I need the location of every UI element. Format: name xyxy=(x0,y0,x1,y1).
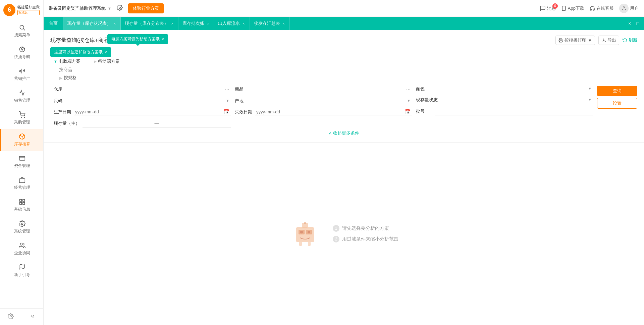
refresh-btn[interactable]: 刷新 xyxy=(623,37,637,43)
pc-scheme-toggle[interactable]: ▼ 电脑端方案 xyxy=(54,58,80,64)
tab-inventory-status[interactable]: 现存量（库存状况表） × xyxy=(63,17,121,30)
stock-main-to[interactable] xyxy=(160,121,230,126)
online-service-btn[interactable]: 在线客服 xyxy=(590,5,614,11)
scheme-item-goods[interactable]: 按商品 xyxy=(59,66,80,74)
sidebar-item-label: 快捷导航 xyxy=(14,54,30,60)
sidebar-item-finance[interactable]: 资金管理 xyxy=(0,151,43,173)
prod-date-input[interactable] xyxy=(75,109,224,114)
user-btn[interactable]: 用户 xyxy=(619,4,639,13)
svg-point-0 xyxy=(20,25,24,29)
sidebar-item-search[interactable]: 搜索菜单 xyxy=(0,20,43,42)
range-separator: — xyxy=(155,121,159,126)
sidebar-item-system[interactable]: 系统管理 xyxy=(0,216,43,238)
svg-rect-30 xyxy=(304,222,306,224)
color-select[interactable]: ▼ xyxy=(435,85,593,92)
tab-close-icon[interactable]: × xyxy=(113,21,116,26)
main-content: 装备及固定资产辅助管理系统 ▼ 体验行业方案 消息 6 App下载 在线客服 xyxy=(44,0,644,325)
trial-btn[interactable]: 体验行业方案 xyxy=(128,3,164,13)
stock-main-field: 现存量（主） — xyxy=(54,119,231,127)
stock-main-from[interactable] xyxy=(84,121,153,126)
export-btn[interactable]: 导出 xyxy=(598,36,619,45)
batch-no-input[interactable] xyxy=(437,109,592,114)
system-name: 装备及固定资产辅助管理系统 ▼ xyxy=(49,5,111,11)
empty-text-block: 1 请先选择要分析的方案 2 用过滤条件来缩小分析范围 xyxy=(333,225,398,242)
origin-label: 产地 xyxy=(235,98,252,104)
sidebar-item-purchase[interactable]: 采购管理 xyxy=(0,107,43,129)
mobile-scheme-toggle[interactable]: ▶ 移动端方案 xyxy=(94,58,120,64)
svg-rect-12 xyxy=(20,203,22,205)
sidebar-item-label: 销售管理 xyxy=(14,98,30,103)
tab-close-icon[interactable]: × xyxy=(242,21,245,26)
stock-status-select[interactable]: ▼ xyxy=(440,96,593,103)
window-close-btn[interactable]: × xyxy=(626,19,633,28)
origin-select[interactable]: ▼ xyxy=(254,97,412,104)
warehouse-ellipsis-btn[interactable]: ··· xyxy=(224,86,231,92)
filter-col1: 仓库 ··· 尺码 ▼ xyxy=(54,85,231,127)
filter-header: 按以下方案查询 + ↺ « 电脑方案可设为移动方案哦 × xyxy=(50,48,637,55)
tooltip1-close-btn[interactable]: × xyxy=(162,37,164,42)
tooltip2-close-btn[interactable]: × xyxy=(105,50,107,54)
tab-inventory-dist[interactable]: 现存量（库存分布表） × xyxy=(121,17,178,30)
color-label: 颜色 xyxy=(416,86,433,92)
sidebar-settings-btn[interactable] xyxy=(6,312,15,322)
collapse-row[interactable]: ∧ 收起更多条件 xyxy=(50,127,637,139)
cart-icon xyxy=(19,111,25,118)
exp-date-cal-icon[interactable]: 📅 xyxy=(405,109,411,114)
tab-label: 收发存汇总表 xyxy=(254,20,280,26)
tab-label: 现存量（库存分布表） xyxy=(125,20,168,26)
goods-input[interactable] xyxy=(254,85,405,93)
topbar-settings-btn[interactable] xyxy=(115,3,124,13)
scheme-item-spec[interactable]: ▶ 按规格 xyxy=(59,74,80,82)
sidebar-item-marketing[interactable]: 营销推广 xyxy=(0,64,43,86)
sidebar-item-guide[interactable]: 新手引导 xyxy=(0,260,43,282)
size-select[interactable]: ▼ xyxy=(73,97,231,104)
search-btn[interactable]: 查询 xyxy=(597,86,637,96)
sidebar-item-inventory[interactable]: 库存核算 xyxy=(0,129,43,151)
goods-ellipsis-btn[interactable]: ··· xyxy=(405,86,412,92)
svg-point-4 xyxy=(21,117,22,118)
box-icon xyxy=(19,133,25,140)
print-dropdown-icon: ▼ xyxy=(588,38,592,43)
window-max-btn[interactable]: □ xyxy=(635,19,641,28)
prod-date-cal-icon[interactable]: 📅 xyxy=(224,109,229,114)
sidebar-footer xyxy=(0,308,43,325)
print-label: 按模板打印 xyxy=(565,37,586,43)
tab-close-icon[interactable]: × xyxy=(170,21,174,26)
sidebar-item-quick-nav[interactable]: 快捷导航 xyxy=(0,42,43,64)
sidebar-item-enterprise[interactable]: 企业协同 xyxy=(0,238,43,260)
sidebar-item-label: 系统管理 xyxy=(14,228,30,234)
sidebar-item-business[interactable]: 经营管理 xyxy=(0,173,43,195)
compass-icon xyxy=(19,46,25,53)
message-btn[interactable]: 消息 6 xyxy=(540,5,556,11)
mobile-scheme-block: ▶ 移动端方案 xyxy=(94,58,120,82)
warehouse-label: 仓库 xyxy=(54,86,70,92)
print-icon xyxy=(558,38,563,43)
stock-status-dropdown-icon: ▼ xyxy=(588,98,592,102)
online-service-label: 在线客服 xyxy=(596,5,614,11)
tooltip1-text: 电脑方案可设为移动方案哦 xyxy=(111,36,160,42)
color-field: 颜色 ▼ xyxy=(416,85,593,92)
avatar xyxy=(619,4,629,13)
reset-btn[interactable]: 设置 xyxy=(597,98,637,109)
sidebar-collapse-btn[interactable] xyxy=(28,312,37,322)
grid-icon xyxy=(19,199,25,205)
app-download-btn[interactable]: App下载 xyxy=(561,5,584,11)
exp-date-field: 失效日期 📅 xyxy=(235,108,412,115)
tab-inout-flow[interactable]: 出入库流水 × xyxy=(214,17,250,30)
tab-close-icon[interactable]: × xyxy=(282,21,285,26)
tab-collection-summary[interactable]: 收发存汇总表 × xyxy=(250,17,290,30)
tab-close-icon[interactable]: × xyxy=(206,21,210,26)
warehouse-input[interactable] xyxy=(73,85,224,93)
user-icon xyxy=(622,6,626,11)
briefcase-icon xyxy=(19,177,25,183)
tab-home[interactable]: 首页 xyxy=(44,17,63,30)
sidebar-item-basic[interactable]: 基础信息 xyxy=(0,195,43,216)
size-field: 尺码 ▼ xyxy=(54,97,231,104)
sidebar-item-sales[interactable]: 销售管理 xyxy=(0,86,43,107)
export-icon xyxy=(601,38,606,43)
print-btn[interactable]: 按模板打印 ▼ xyxy=(555,36,595,45)
refresh-label: 刷新 xyxy=(629,37,637,43)
exp-date-input[interactable] xyxy=(256,109,405,114)
pc-scheme-block: ▼ 电脑端方案 按商品 ▶ 按规格 这里可以创建和修改方案哦 × xyxy=(54,58,80,82)
tab-batch-account[interactable]: 库存批次账 × xyxy=(178,17,214,30)
